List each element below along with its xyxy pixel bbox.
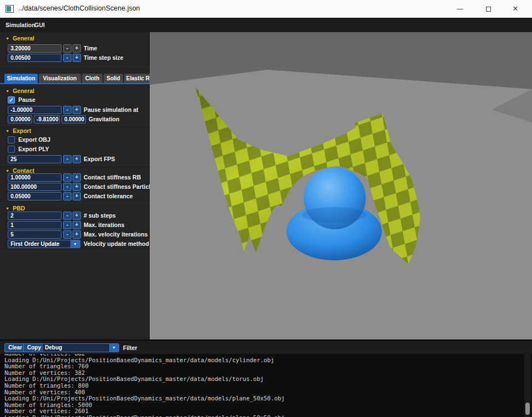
max-velocity-iterations-increment-button[interactable]: + (73, 230, 81, 239)
log-scrollbar-thumb[interactable] (525, 403, 530, 415)
collapse-icon: ▼ (6, 89, 9, 93)
max-iterations-input[interactable]: 1 (8, 221, 62, 229)
tab-solid[interactable]: Solid (104, 74, 123, 83)
section-title: General (13, 35, 34, 42)
section-header-general-top[interactable]: ▼General (6, 35, 34, 42)
sub-steps-label: # sub steps (84, 212, 116, 220)
export-fps-input[interactable]: 25 (8, 155, 62, 163)
time-step-input[interactable]: 0.00500 (8, 54, 62, 62)
control-panel: ▼General 3.20000 - + Time 0.00500 - + Ti… (0, 32, 150, 339)
max-iterations-label: Max. iterations (84, 221, 125, 229)
contact-stiffness-rb-label: Contact stiffness RB (84, 173, 141, 182)
export-obj-label: Export OBJ (18, 136, 50, 144)
export-fps-label: Export FPS (84, 155, 115, 163)
pause-label: Pause (18, 96, 35, 104)
tab-simulation[interactable]: Simulation (4, 74, 38, 83)
check-icon: ✓ (9, 97, 13, 103)
velocity-update-method-label: Velocity update method (84, 240, 149, 248)
export-fps-increment-button[interactable]: + (73, 155, 81, 163)
sub-steps-input[interactable]: 2 (8, 212, 62, 220)
export-ply-checkbox[interactable] (8, 146, 15, 153)
divider (0, 203, 150, 203)
tab-cloth[interactable]: Cloth (82, 74, 103, 83)
max-iterations-decrement-button[interactable]: - (63, 221, 71, 229)
collapse-icon: ▼ (6, 207, 9, 210)
log-output[interactable]: Number of vertices: 882 Loading D:/Uni/P… (0, 354, 532, 417)
maximize-icon (486, 7, 491, 12)
time-increment-button[interactable]: + (73, 44, 81, 53)
close-icon: ✕ (513, 4, 519, 13)
section-title: Export (13, 127, 31, 134)
collapse-icon: ▼ (6, 37, 9, 40)
max-velocity-iterations-input[interactable]: 5 (8, 230, 62, 239)
divider (0, 125, 150, 126)
gravitation-label: Gravitation (89, 115, 119, 123)
time-input[interactable]: 3.20000 (8, 44, 62, 53)
menu-bar: Simulation GUI (0, 18, 532, 32)
pause-simulation-at-input[interactable]: -1.00000 (8, 106, 62, 114)
gravitation-y-input[interactable]: -9.81000 (34, 115, 60, 123)
contact-stiffness-rb-increment-button[interactable]: + (73, 173, 81, 182)
contact-tolerance-increment-button[interactable]: + (73, 192, 81, 200)
log-level-select[interactable]: Debug ▼ (42, 343, 119, 352)
sub-steps-increment-button[interactable]: + (73, 212, 81, 220)
viewport-3d[interactable] (150, 32, 532, 339)
collapse-icon: ▼ (6, 129, 9, 133)
filter-label: Filter (123, 343, 137, 352)
gravitation-x-input[interactable]: 0.00000 (8, 115, 32, 123)
section-header-sim-general[interactable]: ▼General (6, 87, 34, 94)
minimize-button[interactable]: — (447, 0, 473, 18)
gravitation-z-input[interactable]: 0.00000 (62, 115, 86, 123)
export-obj-checkbox[interactable] (8, 136, 15, 143)
contact-tolerance-label: Contact tolerance (84, 192, 133, 200)
menu-gui[interactable]: GUI (31, 18, 48, 32)
maximize-button[interactable] (475, 0, 501, 18)
contact-tolerance-decrement-button[interactable]: - (63, 192, 71, 200)
pause-at-decrement-button[interactable]: - (63, 106, 71, 114)
close-button[interactable]: ✕ (503, 0, 528, 18)
max-velocity-iterations-decrement-button[interactable]: - (63, 230, 71, 239)
log-line: Number of triangles: 800 (4, 383, 520, 389)
section-header-pbd[interactable]: ▼PBD (6, 205, 25, 212)
console-toolbar: Clear Copy Debug ▼ Filter (0, 339, 532, 354)
time-step-decrement-button[interactable]: - (63, 54, 71, 62)
sub-steps-decrement-button[interactable]: - (63, 212, 71, 220)
velocity-update-method-value: First Order Update (11, 241, 59, 247)
export-fps-decrement-button[interactable]: - (63, 155, 71, 163)
app-icon (6, 5, 14, 13)
pause-checkbox[interactable]: ✓ (8, 96, 15, 104)
log-line: Loading D:/Uni/Projects/PositionBasedDyn… (4, 415, 520, 417)
contact-stiffness-particle-rb-increment-button[interactable]: + (73, 183, 81, 191)
velocity-update-method-select[interactable]: First Order Update ▼ (8, 240, 80, 248)
pause-at-increment-button[interactable]: + (73, 106, 81, 114)
title-bar: ../data/scenes/ClothCollisionScene.json … (0, 0, 532, 18)
max-velocity-iterations-label: Max. velocity iterations (84, 230, 148, 239)
section-title: PBD (13, 205, 25, 212)
time-label: Time (84, 44, 97, 53)
window-title: ../data/scenes/ClothCollisionScene.json (18, 4, 140, 12)
scene-render (150, 32, 532, 339)
collapse-icon: ▼ (6, 169, 9, 173)
pause-simulation-at-label: Pause simulation at (84, 106, 139, 114)
time-step-increment-button[interactable]: + (73, 54, 81, 62)
log-line: Loading D:/Uni/Projects/PositionBasedDyn… (4, 395, 520, 402)
max-iterations-increment-button[interactable]: + (73, 221, 81, 229)
application-window: ../data/scenes/ClothCollisionScene.json … (0, 0, 532, 417)
divider (0, 165, 150, 166)
chevron-down-icon: ▼ (109, 344, 119, 352)
contact-stiffness-particle-rb-input[interactable]: 100.00000 (8, 183, 62, 191)
time-decrement-button[interactable]: - (63, 44, 71, 53)
minimize-icon: — (457, 5, 463, 13)
log-level-value: Debug (45, 344, 62, 351)
contact-stiffness-particle-rb-decrement-button[interactable]: - (63, 183, 71, 191)
tab-visualization[interactable]: Visualization (39, 74, 81, 83)
contact-tolerance-input[interactable]: 0.05000 (8, 192, 62, 200)
divider (0, 251, 150, 252)
contact-stiffness-rb-decrement-button[interactable]: - (63, 173, 71, 182)
section-title: General (13, 87, 34, 94)
chevron-down-icon: ▼ (70, 240, 80, 248)
sphere-torus-crease (302, 207, 366, 223)
contact-stiffness-rb-input[interactable]: 1.00000 (8, 173, 62, 182)
log-scrollbar[interactable] (524, 354, 531, 417)
section-header-export[interactable]: ▼Export (6, 127, 31, 134)
